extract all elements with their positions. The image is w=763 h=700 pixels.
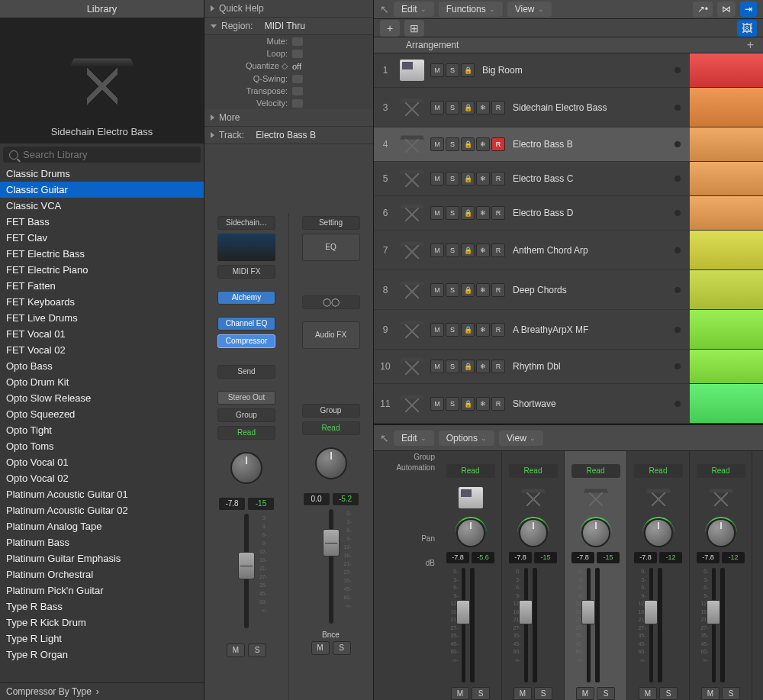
automation-read[interactable]: Read (302, 421, 360, 435)
region-clip[interactable] (690, 88, 763, 127)
fader-cap[interactable] (581, 600, 595, 624)
search-input[interactable] (23, 149, 195, 160)
midifx-slot[interactable]: MIDI FX (217, 265, 275, 279)
library-item[interactable]: Platinum Acoustic Guitar 02 (0, 502, 204, 518)
mute-button[interactable]: M (227, 644, 245, 657)
add-track-button[interactable]: + (380, 20, 400, 37)
track-lock-button[interactable]: 🔒 (461, 283, 475, 297)
library-footer[interactable]: Compressor By Type › (0, 682, 204, 700)
track-row[interactable]: 4MS🔒❄RElectro Bass B (374, 127, 763, 162)
pan-knob[interactable] (644, 518, 673, 547)
fader[interactable]: 0-3-6-9-12-16-21-27-35-45-60-∞- (304, 509, 358, 624)
track-lock-button[interactable]: 🔒 (461, 323, 475, 337)
solo-button[interactable]: S (333, 641, 351, 655)
track-M-button[interactable]: M (430, 397, 444, 411)
fader-cap[interactable] (707, 600, 720, 624)
track-R-button[interactable]: R (491, 137, 505, 151)
strip-name[interactable]: Sidechain… (217, 216, 275, 230)
track-S-button[interactable]: S (446, 283, 459, 297)
track-freeze-button[interactable]: ❄ (476, 101, 490, 115)
track-color-dot[interactable] (674, 363, 681, 369)
mixer-strip[interactable]: Read-7.8-120-3-6-9-12-16-21-27-35-45-60-… (627, 451, 690, 700)
fader[interactable]: 0-3-6-9-12-16-21-27-35-45-60-∞- (636, 568, 681, 682)
mute-button[interactable]: M (451, 687, 469, 700)
region-clip[interactable] (690, 350, 763, 383)
library-item[interactable]: Platinum Analog Tape (0, 518, 204, 534)
output-slot[interactable]: Stereo Out (217, 391, 275, 405)
track-row[interactable]: 5MS🔒❄RElectro Bass C (374, 162, 763, 196)
fader[interactable]: 0-3-6-9-12-16-21-27-35-45-60-∞- (510, 568, 556, 682)
picture-button[interactable]: 🖼 (737, 20, 757, 37)
solo-button[interactable]: S (722, 687, 740, 700)
library-item[interactable]: Type R Kick Drum (0, 615, 204, 631)
track-M-button[interactable]: M (430, 63, 444, 77)
library-item[interactable]: Opto Slow Release (0, 390, 204, 406)
group-slot[interactable]: Group (217, 408, 275, 422)
more-section[interactable]: More (204, 109, 373, 127)
solo-button[interactable]: S (534, 687, 552, 700)
automation-mode[interactable]: Read (634, 464, 683, 478)
track-lock-button[interactable]: 🔒 (461, 101, 475, 115)
track-freeze-button[interactable]: ❄ (476, 397, 490, 411)
library-item[interactable]: Classic VCA (0, 198, 204, 214)
track-R-button[interactable]: R (491, 397, 505, 411)
track-color-dot[interactable] (674, 67, 681, 73)
track-S-button[interactable]: S (446, 360, 459, 373)
fader[interactable]: 0-3-6-9-12-16-21-27-35-45-60-∞- (573, 568, 619, 682)
track-row[interactable]: 6MS🔒❄RElectro Bass D (374, 196, 763, 231)
fader-cap[interactable] (644, 600, 658, 624)
mixer-view-menu[interactable]: View⌄ (499, 431, 543, 446)
stereo-slot[interactable]: ◯◯ (302, 295, 360, 309)
library-item[interactable]: Opto Bass (0, 358, 204, 374)
track-row[interactable]: 9MS🔒❄RA BreathyArpX MF (374, 310, 763, 350)
track-R-button[interactable]: R (491, 101, 505, 115)
track-row[interactable]: 7MS🔒❄RAnthem Chord Arp (374, 231, 763, 270)
track-lock-button[interactable]: 🔒 (461, 244, 475, 257)
automation-read[interactable]: Read (217, 426, 275, 440)
region-clip[interactable] (690, 53, 763, 87)
region-section[interactable]: Region: MIDI Thru (204, 18, 373, 35)
track-S-button[interactable]: S (446, 63, 459, 77)
fx-slot[interactable]: Channel EQ (217, 317, 275, 331)
region-clip[interactable] (690, 127, 763, 161)
solo-button[interactable]: S (659, 687, 678, 700)
view-menu[interactable]: View⌄ (507, 2, 552, 17)
library-item[interactable]: Type R Bass (0, 598, 204, 615)
track-R-button[interactable]: R (491, 323, 505, 337)
track-row[interactable]: 11MS🔒❄RShortwave (374, 384, 763, 424)
fader[interactable]: 0-3-6-9-12-16-21-27-35-45-60-∞- (448, 568, 494, 682)
automation-mode[interactable]: Read (571, 464, 620, 478)
mute-button[interactable]: M (513, 687, 532, 700)
track-color-dot[interactable] (674, 141, 681, 147)
library-item[interactable]: FET Electric Piano (0, 262, 204, 278)
flex-icon[interactable]: ⋈ (717, 2, 736, 17)
library-item[interactable]: FET Vocal 01 (0, 326, 204, 342)
eq-display[interactable] (217, 234, 275, 261)
library-item[interactable]: FET Clav (0, 230, 204, 246)
track-S-button[interactable]: S (446, 206, 459, 220)
track-lock-button[interactable]: 🔒 (461, 360, 475, 373)
library-item[interactable]: Opto Vocal 02 (0, 470, 204, 486)
library-item[interactable]: FET Keyboards (0, 294, 204, 310)
library-item[interactable]: Opto Toms (0, 438, 204, 454)
track-freeze-button[interactable]: ❄ (476, 323, 490, 337)
track-R-button[interactable]: R (491, 360, 505, 373)
instrument-slot[interactable]: Alchemy (217, 291, 275, 305)
setting-slot[interactable]: Setting (302, 216, 360, 230)
library-item[interactable]: Opto Drum Kit (0, 374, 204, 390)
track-color-dot[interactable] (674, 247, 681, 253)
track-M-button[interactable]: M (430, 206, 444, 220)
track-lock-button[interactable]: 🔒 (461, 172, 475, 185)
fader[interactable]: 0-3-6-9-12-16-21-27-35-45-60-∞- (220, 514, 273, 628)
library-item[interactable]: Platinum Orchestral (0, 566, 204, 582)
library-item[interactable]: Opto Tight (0, 422, 204, 438)
track-section[interactable]: Track: Electro Bass B (204, 127, 373, 144)
track-M-button[interactable]: M (430, 360, 444, 373)
library-item[interactable]: Platinum Pick'n Guitar (0, 582, 204, 598)
pan-knob[interactable] (456, 518, 485, 547)
library-item[interactable]: Platinum Bass (0, 534, 204, 550)
region-clip[interactable] (690, 231, 763, 269)
track-M-button[interactable]: M (430, 101, 444, 115)
track-R-button[interactable]: R (491, 172, 505, 185)
add-marker-button[interactable]: + (747, 38, 754, 52)
